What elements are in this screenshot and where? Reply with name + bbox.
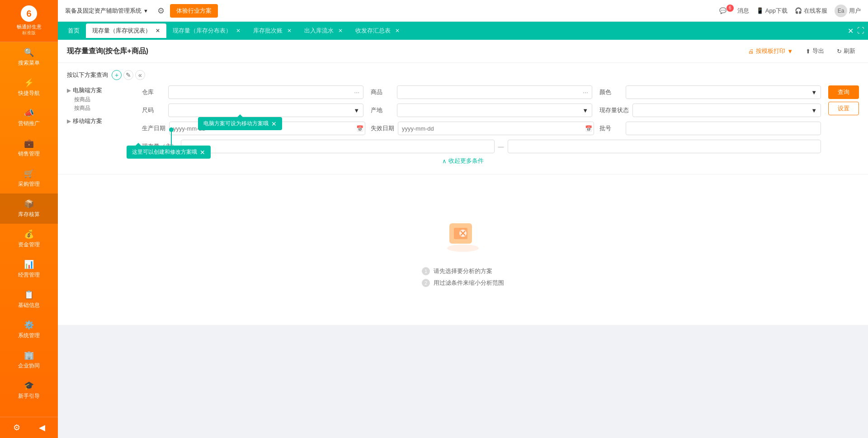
edit-scheme-btn[interactable]: ✎ — [123, 70, 133, 80]
tab-close-icon[interactable]: ✕ — [338, 28, 343, 34]
chevron-down-icon: ▼ — [143, 8, 148, 14]
filter-actions-col: 查询 设置 — [828, 85, 859, 153]
quick-icon: ⚡ — [24, 78, 34, 88]
messages-item[interactable]: 💬 6 消息 — [719, 7, 749, 15]
tree-arrow-icon: ▶ — [67, 87, 71, 94]
tooltip2-close-btn[interactable]: ✕ — [200, 149, 205, 156]
tree-children-desktop: 按商品 按商品 — [74, 95, 135, 113]
sidebar-item-search[interactable]: 🔍 搜索菜单 — [0, 42, 58, 72]
goods-select[interactable]: ··· — [397, 85, 592, 99]
tooltip1-close-btn[interactable]: ✕ — [271, 120, 277, 127]
chevron-down-icon: ▼ — [354, 107, 359, 114]
stock-qty-end[interactable] — [508, 140, 821, 153]
filter-header: 按以下方案查询 + ✎ « — [67, 70, 859, 80]
tooltip-create-scheme: 这里可以创建和修改方案哦 ✕ — [127, 146, 211, 159]
print-template-btn[interactable]: 🖨 按模板打印 ▼ — [745, 45, 797, 57]
online-support-label: 在线客服 — [804, 7, 827, 15]
tab-close-icon[interactable]: ✕ — [156, 28, 160, 34]
sidebar-item-purchase[interactable]: 🛒 采购管理 — [0, 163, 58, 193]
app-download-item[interactable]: 📱 App下载 — [756, 7, 788, 15]
sidebar-item-inventory[interactable]: 📦 库存核算 — [0, 193, 58, 224]
message-icon: 💬 — [719, 7, 726, 14]
industry-btn[interactable]: 体验行业方案 — [170, 4, 218, 18]
tab-inventory-status[interactable]: 现存量（库存状况表） ✕ — [86, 24, 166, 38]
sidebar-item-sales[interactable]: 💼 销售管理 — [0, 133, 58, 163]
filter-item-goods: 商品 ··· — [371, 85, 592, 99]
tab-inout[interactable]: 出入库流水 ✕ — [298, 24, 349, 38]
refresh-btn[interactable]: ↻ 刷新 — [833, 45, 859, 57]
filter-item-color: 颜色 ▼ — [599, 85, 821, 99]
filter-item-batch: 批号 — [599, 122, 821, 135]
search-btn[interactable]: 查询 — [828, 85, 859, 99]
topbar: 装备及固定资产辅助管理系统 ▼ ⚙ 体验行业方案 💬 6 消息 📱 App下载 … — [58, 0, 868, 22]
sidebar-item-operation[interactable]: 📊 经营管理 — [0, 254, 58, 284]
sidebar-bottom: ⚙ ◀ — [0, 417, 58, 438]
tab-close-icon[interactable]: ✕ — [287, 28, 292, 34]
add-scheme-btn[interactable]: + — [112, 70, 122, 80]
tab-summary[interactable]: 收发存汇总表 ✕ — [349, 24, 406, 38]
stock-status-select[interactable]: ▼ — [632, 104, 821, 117]
collapse-sidebar-btn[interactable]: ◀ — [39, 423, 45, 433]
stock-status-label: 现存量状态 — [599, 106, 629, 114]
goods-label: 商品 — [371, 88, 393, 96]
settings-icon[interactable]: ⚙ — [157, 6, 165, 16]
warehouse-select[interactable]: ··· — [168, 85, 363, 99]
tree-item-desktop[interactable]: ▶ 电脑端方案 — [67, 85, 135, 95]
tab-batch[interactable]: 库存批次账 ✕ — [247, 24, 298, 38]
online-support-item[interactable]: 🎧 在线客服 — [795, 7, 827, 15]
expire-date-start[interactable] — [398, 122, 594, 135]
stock-qty-start[interactable] — [181, 140, 495, 153]
chevron-down-icon: ▼ — [811, 89, 817, 96]
system-select[interactable]: 装备及固定资产辅助管理系统 ▼ — [65, 7, 148, 15]
warehouse-dots-icon: ··· — [354, 89, 359, 96]
logo-text: 畅通好生意 — [17, 24, 42, 30]
sidebar-item-label: 采购管理 — [18, 180, 40, 188]
tab-inventory-dist[interactable]: 现存量（库存分布表） ✕ — [166, 24, 247, 38]
sidebar-item-system[interactable]: ⚙️ 系统管理 — [0, 315, 58, 345]
chevron-up-icon: ∧ — [442, 158, 447, 165]
sidebar-item-marketing[interactable]: 📣 营销推广 — [0, 103, 58, 133]
maximize-btn[interactable]: ⛶ — [857, 27, 864, 35]
sidebar-item-enterprise[interactable]: 🏢 企业协同 — [0, 345, 58, 375]
export-btn[interactable]: ⬆ 导出 — [802, 45, 828, 57]
refresh-icon: ↻ — [837, 48, 842, 55]
headset-icon: 🎧 — [795, 7, 802, 14]
finance-icon: 💰 — [24, 229, 34, 239]
sidebar-item-basic[interactable]: 📋 基础信息 — [0, 284, 58, 315]
sidebar-item-label: 快捷导航 — [18, 89, 40, 97]
tooltip1-text: 电脑方案可设为移动方案哦 — [203, 120, 269, 127]
close-all-tabs-btn[interactable]: ✕ — [848, 27, 854, 35]
enterprise-icon: 🏢 — [24, 350, 34, 360]
sidebar-item-finance[interactable]: 💰 资金管理 — [0, 224, 58, 254]
filter-row-4: 现存量（主） — — [142, 140, 821, 153]
reset-btn[interactable]: 设置 — [828, 102, 859, 115]
user-item[interactable]: Ea 用户 — [835, 5, 861, 17]
print-icon: 🖨 — [748, 48, 754, 55]
sidebar-item-label: 库存核算 — [18, 211, 40, 218]
filter-header-btns: + ✎ « — [112, 70, 145, 80]
goods-dots-icon: ··· — [583, 89, 588, 96]
size-select[interactable]: ▼ — [168, 104, 363, 117]
topbar-right: 💬 6 消息 📱 App下载 🎧 在线客服 Ea 用户 — [719, 5, 861, 17]
app-download-label: App下载 — [765, 7, 788, 15]
empty-state: 1 请先选择要分析的方案 2 用过滤条件来缩小分析范围 — [58, 178, 868, 325]
color-select[interactable]: ▼ — [626, 85, 821, 99]
sidebar-item-label: 系统管理 — [18, 332, 40, 339]
origin-select[interactable]: ▼ — [397, 104, 592, 117]
tree-child-item[interactable]: 按商品 — [74, 95, 135, 104]
settings-bottom-btn[interactable]: ⚙ — [13, 423, 20, 433]
sidebar-item-guide[interactable]: 🎓 新手引导 — [0, 375, 58, 405]
tab-close-icon[interactable]: ✕ — [395, 28, 400, 34]
batch-input[interactable] — [626, 122, 821, 135]
svg-point-0 — [447, 245, 479, 252]
sidebar-item-quick[interactable]: ⚡ 快捷导航 — [0, 72, 58, 103]
tree-item-mobile[interactable]: ▶ 移动端方案 — [67, 116, 135, 126]
avatar-text: Ea — [838, 8, 844, 14]
tab-close-icon[interactable]: ✕ — [236, 28, 241, 34]
tree-child-item[interactable]: 按商品 — [74, 104, 135, 113]
color-label: 颜色 — [599, 88, 622, 96]
back-scheme-btn[interactable]: « — [135, 70, 145, 80]
search-icon: 🔍 — [24, 47, 34, 57]
tab-home[interactable]: 首页 — [61, 24, 86, 38]
sidebar-item-label: 资金管理 — [18, 241, 40, 249]
